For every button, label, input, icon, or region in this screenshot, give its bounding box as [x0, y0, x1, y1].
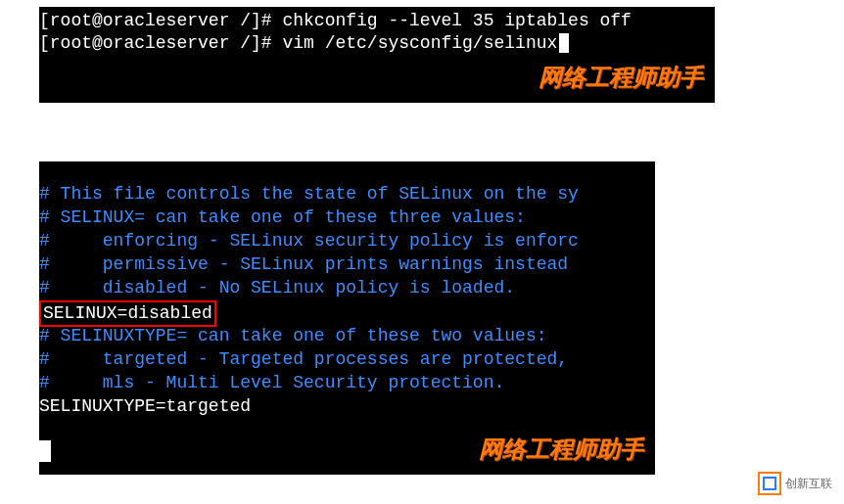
site-logo-badge: 创新互联	[746, 463, 844, 504]
terminal-command: [root@oracleserver /]# vim /etc/sysconfi…	[39, 33, 557, 53]
highlight-box: SELINUX=disabled	[39, 300, 216, 327]
terminal-screenshot-1: [root@oracleserver /]# chkconfig --level…	[39, 4, 715, 103]
config-comment: # mls - Multi Level Security protection.	[39, 372, 655, 395]
config-setting: SELINUXTYPE=targeted	[39, 395, 655, 419]
watermark-text: 网络工程师助手	[479, 435, 643, 465]
config-comment: # SELINUX= can take one of these three v…	[39, 206, 655, 230]
terminal-screenshot-2: # This file controls the state of SELinu…	[39, 161, 655, 475]
config-comment: # disabled - No SELinux policy is loaded…	[39, 277, 655, 300]
logo-icon	[758, 472, 781, 495]
config-setting-highlighted: SELINUX=disabled	[39, 300, 655, 325]
config-comment: # permissive - SELinux prints warnings i…	[39, 253, 655, 277]
document-content: [root@oracleserver /]# chkconfig --level…	[0, 4, 844, 475]
config-comment: # enforcing - SELinux security policy is…	[39, 230, 655, 253]
terminal-line: [root@oracleserver /]# vim /etc/sysconfi…	[39, 32, 715, 55]
watermark-text: 网络工程师助手	[539, 63, 703, 93]
spacer	[39, 103, 805, 161]
config-comment: # targeted - Targeted processes are prot…	[39, 348, 655, 372]
cursor-icon	[559, 33, 569, 53]
terminal-line: [root@oracleserver /]# chkconfig --level…	[39, 10, 715, 32]
logo-text: 创新互联	[785, 476, 832, 492]
config-comment: # SELINUXTYPE= can take one of these two…	[39, 325, 655, 348]
cursor-icon	[39, 440, 51, 462]
config-comment: # This file controls the state of SELinu…	[39, 183, 655, 206]
